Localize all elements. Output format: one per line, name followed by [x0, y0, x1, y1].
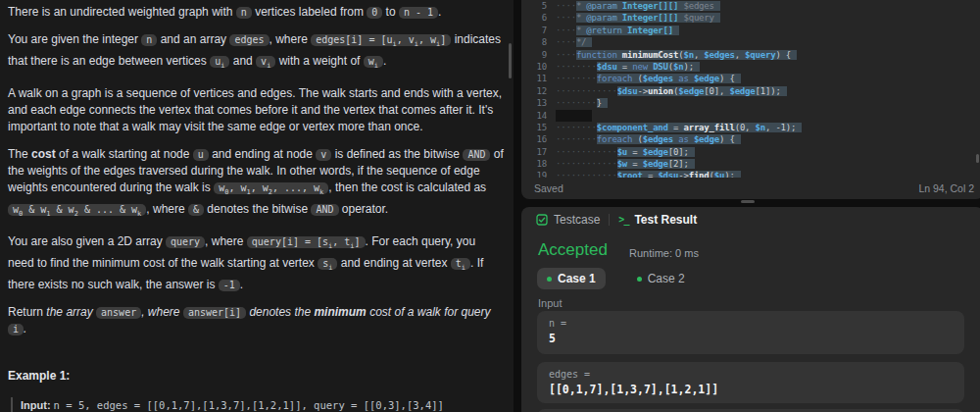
description-paragraph: You are also given a 2D array query, whe… [8, 233, 504, 293]
runtime-text: Runtime: 0 ms [629, 247, 699, 259]
line-number: 6 [521, 12, 547, 24]
code-line-10[interactable]: 10········$dsu = new DSU($n); [521, 61, 980, 73]
line-number: 15 [521, 122, 547, 133]
tab-testcase-label: Testcase [554, 213, 600, 227]
description-paragraph: The cost of a walk starting at node u an… [8, 146, 504, 223]
line-number: 18 [521, 158, 547, 170]
selected-empty-line [556, 110, 592, 122]
tab-test-result-label: Test Result [634, 213, 697, 227]
line-number: 11 [521, 73, 547, 84]
line-number: 19 [521, 170, 547, 178]
line-number: 8 [521, 36, 547, 48]
input-field-edges[interactable]: edges = [[0,1,7],[1,3,7],[1,2,1]] [537, 362, 964, 403]
line-number: 16 [521, 133, 547, 145]
field-edges-label: edges = [549, 369, 953, 380]
editor-status-bar: Saved Ln 94, Col 2 [521, 178, 980, 199]
problem-description-panel: There is an undirected weighted graph wi… [0, 0, 514, 412]
example-input-line: Input: n = 5, edges = [[0,1,7],[1,3,7],[… [21, 397, 504, 412]
code-line-5[interactable]: 5····* @param Integer[][] $edges [521, 0, 980, 12]
description-paragraphs: There is an undirected weighted graph wi… [8, 4, 504, 337]
code-line-11[interactable]: 11········foreach ($edges as $edge) { [521, 73, 980, 84]
code-line-18[interactable]: 18············$w = $edge[2]; [521, 158, 980, 170]
code-line-8[interactable]: 8····*/ [521, 36, 980, 48]
code-line-16[interactable]: 16········foreach ($edges as $edge) { [521, 133, 980, 145]
case-row: Case 1 Case 2 [537, 268, 695, 289]
field-n-label: n = [549, 318, 953, 329]
code-line-15[interactable]: 15········$component_and = array_fill(0,… [521, 122, 980, 133]
panel-resize-handle[interactable] [741, 200, 755, 203]
code-line-14[interactable]: 14 [521, 110, 980, 122]
checkbox-icon [536, 214, 548, 226]
line-number: 10 [521, 61, 547, 73]
code-line-19[interactable]: 19············$root = $dsu->find($u); [521, 170, 980, 178]
code-line-13[interactable]: 13········} [521, 97, 980, 109]
input-label: Input: [21, 399, 54, 411]
description-paragraph: You are given the integer n and an array… [8, 31, 504, 75]
line-number: 13 [521, 97, 547, 109]
accepted-status: Accepted [538, 240, 608, 260]
example-heading: Example 1: [8, 368, 504, 385]
input-value: n = 5, edges = [[0,1,7],[1,3,7],[1,2,1]]… [54, 399, 444, 411]
code-editor[interactable]: 5····* @param Integer[][] $edges6····* @… [521, 0, 980, 178]
line-number: 5 [521, 0, 547, 12]
saved-status: Saved [534, 182, 564, 194]
field-n-value: 5 [549, 332, 953, 345]
code-editor-panel[interactable]: 5····* @param Integer[][] $edges6····* @… [521, 0, 980, 199]
test-result-panel: Testcase >_ Test Result Accepted Runtime… [521, 207, 980, 412]
problem-description: There is an undirected weighted graph wi… [8, 4, 504, 412]
tab-testcase[interactable]: Testcase [536, 213, 600, 227]
field-edges-value: [[0,1,7],[1,3,7],[1,2,1]] [549, 383, 953, 396]
line-number: 14 [521, 110, 547, 122]
code-line-12[interactable]: 12············$dsu->union($edge[0], $edg… [521, 85, 980, 97]
case-1-dot-icon [547, 277, 552, 282]
case-2-dot-icon [637, 277, 642, 282]
description-paragraph: A walk on a graph is a sequence of verti… [8, 85, 504, 135]
line-number: 17 [521, 146, 547, 158]
case-1-label: Case 1 [558, 272, 596, 285]
code-line-17[interactable]: 17············$u = $edge[0]; [521, 146, 980, 158]
case-1-button[interactable]: Case 1 [537, 268, 606, 289]
description-paragraph: There is an undirected weighted graph wi… [8, 4, 504, 21]
terminal-icon: >_ [618, 214, 628, 225]
case-2-button[interactable]: Case 2 [627, 268, 695, 289]
line-number: 12 [521, 85, 547, 97]
description-paragraph: Return the array answer, where answer[i]… [8, 304, 504, 337]
line-number: 9 [521, 49, 547, 61]
line-number: 7 [521, 25, 547, 36]
case-2-label: Case 2 [648, 272, 685, 285]
code-line-6[interactable]: 6····* @param Integer[][] $query [521, 12, 980, 24]
example-block: Input: n = 5, edges = [[0,1,7],[1,3,7],[… [11, 397, 504, 412]
description-scrollbar-thumb[interactable] [509, 43, 512, 78]
tab-separator [609, 214, 610, 226]
input-section-label: Input [538, 297, 562, 309]
cursor-position: Ln 94, Col 2 [918, 182, 974, 194]
editor-scrollbar-thumb[interactable] [976, 154, 979, 163]
tab-test-result[interactable]: >_ Test Result [618, 213, 697, 227]
code-line-7[interactable]: 7····* @return Integer[] [521, 25, 980, 36]
input-field-n[interactable]: n = 5 [537, 311, 964, 354]
result-tabbar: Testcase >_ Test Result [521, 207, 980, 232]
code-line-9[interactable]: 9····function minimumCost($n, $edges, $q… [521, 49, 980, 61]
